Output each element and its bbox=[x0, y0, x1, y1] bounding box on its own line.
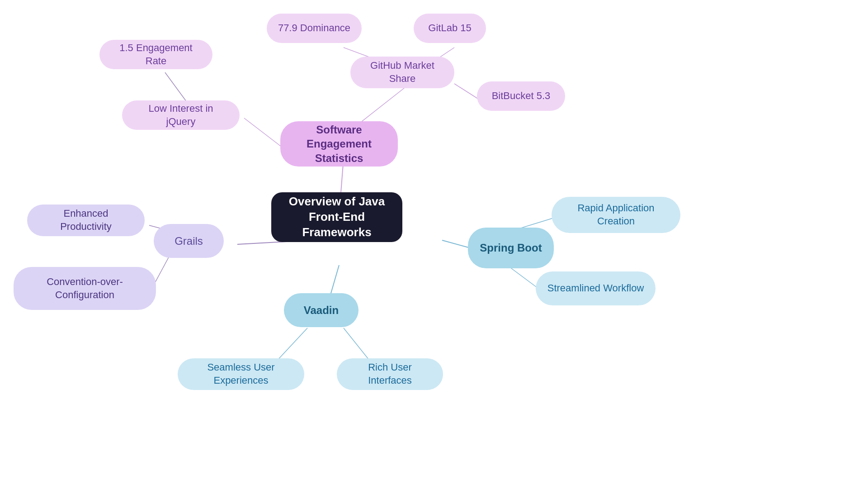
rich-user-interfaces-node: Rich User Interfaces bbox=[337, 358, 443, 390]
spring-boot-node: Spring Boot bbox=[468, 228, 554, 268]
software-engagement-node: Software Engagement Statistics bbox=[280, 121, 398, 167]
svg-line-6 bbox=[165, 72, 188, 103]
center-node: Overview of Java Front-End Frameworks bbox=[271, 192, 402, 242]
enhanced-productivity-node: Enhanced Productivity bbox=[27, 205, 145, 236]
svg-line-12 bbox=[344, 328, 371, 362]
gitlab-node: GitLab 15 bbox=[414, 14, 486, 43]
engagement-rate-node: 1.5 Engagement Rate bbox=[99, 40, 212, 69]
github-market-share-node: GitHub Market Share bbox=[350, 57, 454, 88]
low-interest-jquery-node: Low Interest in jQuery bbox=[122, 100, 240, 130]
svg-line-9 bbox=[154, 256, 170, 285]
bitbucket-node: BitBucket 5.3 bbox=[477, 81, 565, 111]
streamlined-workflow-node: Streamlined Workflow bbox=[536, 271, 656, 305]
dominance-node: 77.9 Dominance bbox=[267, 14, 362, 43]
svg-line-13 bbox=[442, 240, 470, 248]
grails-node: Grails bbox=[154, 224, 224, 258]
svg-line-4 bbox=[454, 84, 479, 100]
mind-map-container: Overview of Java Front-End Frameworks So… bbox=[0, 0, 868, 490]
convention-config-node: Convention-over-Configuration bbox=[14, 267, 156, 310]
vaadin-node: Vaadin bbox=[284, 293, 359, 327]
svg-line-5 bbox=[244, 118, 285, 149]
svg-line-10 bbox=[330, 265, 339, 296]
seamless-user-exp-node: Seamless User Experiences bbox=[178, 358, 304, 390]
rapid-app-creation-node: Rapid Application Creation bbox=[552, 197, 680, 233]
svg-line-11 bbox=[276, 328, 307, 362]
